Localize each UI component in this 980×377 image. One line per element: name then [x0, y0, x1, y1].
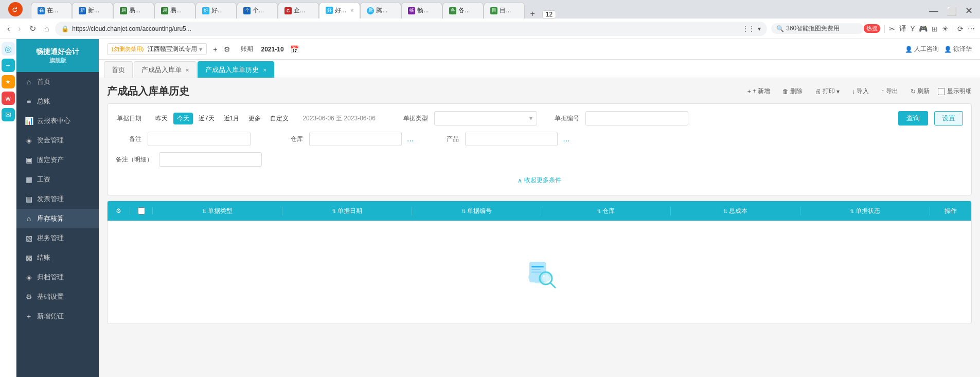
currency-tool[interactable]: ¥: [911, 25, 915, 33]
warehouse-input[interactable]: [309, 132, 402, 146]
tab-add-button[interactable]: +: [525, 9, 540, 19]
tab-3[interactable]: 易 易...: [113, 2, 154, 19]
extensions-icon[interactable]: ⋮⋮: [742, 25, 755, 32]
th-checkbox[interactable]: [130, 207, 153, 214]
scissors-tool[interactable]: ✂: [889, 25, 895, 33]
sidebar-item-fixed-assets[interactable]: ▣ 固定资产: [16, 150, 99, 170]
display-columns-checkbox[interactable]: [938, 88, 945, 95]
page-tab-list-close[interactable]: ×: [186, 67, 189, 73]
sidebar-brand[interactable]: 畅捷通好会计 旗舰版: [16, 39, 99, 72]
number-input[interactable]: [585, 111, 688, 125]
th-doc-number[interactable]: ⇅ 单据编号: [412, 207, 542, 216]
sidebar-item-archive[interactable]: ◈ 归档管理: [16, 267, 99, 287]
query-button[interactable]: 查询: [898, 111, 928, 125]
remark-input[interactable]: [148, 132, 251, 146]
tab-6[interactable]: 个 个...: [237, 2, 278, 19]
page-tab-home[interactable]: 首页: [104, 61, 133, 78]
display-columns-toggle[interactable]: 显示明细: [938, 87, 972, 96]
tab-9[interactable]: 腾 腾...: [360, 2, 401, 19]
home-button[interactable]: ⌂: [42, 22, 51, 35]
product-input[interactable]: [465, 132, 558, 146]
sidebar-item-funds[interactable]: ◈ 资金管理: [16, 131, 99, 150]
select-all-checkbox[interactable]: [138, 207, 145, 214]
sidebar-item-new-voucher[interactable]: + 新增凭证: [16, 307, 99, 326]
company-selector[interactable]: (勿删勿禁用) 江西赣宝测试专用 ▾: [107, 43, 207, 55]
app-icon-5[interactable]: ✉: [2, 108, 15, 121]
sidebar-item-payroll[interactable]: ▦ 工资: [16, 170, 99, 189]
add-company-button[interactable]: +: [213, 45, 217, 53]
page-tab-list[interactable]: 产成品入库单 ×: [134, 61, 197, 78]
tab-2[interactable]: 新 新...: [72, 2, 113, 19]
window-restore-btn[interactable]: ⬜: [945, 6, 959, 16]
quick-btn-today[interactable]: 今天: [173, 113, 193, 124]
quick-btn-1month[interactable]: 近1月: [220, 113, 243, 124]
tab-7[interactable]: C 企...: [278, 2, 319, 19]
tab-8[interactable]: 好 好... ×: [319, 2, 360, 19]
ai-service-button[interactable]: 👤 人工咨询: [905, 45, 939, 53]
add-button[interactable]: + + 新增: [743, 85, 774, 98]
sidebar-item-reports[interactable]: 📊 云报表中心: [16, 111, 99, 131]
sidebar-item-tax[interactable]: ▧ 税务管理: [16, 228, 99, 248]
page-tab-history-close[interactable]: ×: [263, 67, 266, 73]
search-bar[interactable]: 🔍 360智能抠图免费用: [771, 23, 864, 34]
th-total-cost[interactable]: ⇅ 总成本: [671, 207, 800, 216]
warehouse-ellipsis[interactable]: ...: [404, 134, 417, 143]
app-icon-1[interactable]: ◎: [2, 42, 15, 56]
settings-button-2[interactable]: 设置: [934, 111, 963, 125]
th-gear[interactable]: ⚙: [108, 207, 130, 214]
forward-button[interactable]: ›: [16, 22, 23, 35]
quick-btn-more[interactable]: 更多: [245, 113, 264, 124]
sidebar-item-checkout[interactable]: ▩ 结账: [16, 248, 99, 267]
tab-10-icon: 畅: [408, 7, 415, 14]
page-tab-history[interactable]: 产成品入库单历史 ×: [198, 61, 274, 78]
th-doc-type[interactable]: ⇅ 单据类型: [153, 207, 282, 216]
window-minimize-btn[interactable]: —: [927, 6, 940, 16]
sidebar-item-inventory[interactable]: ⌂ 库存核算: [16, 209, 99, 228]
sidebar-item-ledger[interactable]: ≡ 总账: [16, 92, 99, 111]
quick-btn-yesterday[interactable]: 昨天: [152, 113, 171, 124]
tab-12[interactable]: 目 目...: [484, 2, 525, 19]
browser-app-icon: ⟳: [10, 4, 21, 14]
grid-tool[interactable]: ⊞: [932, 25, 938, 33]
dropdown-icon[interactable]: ▾: [758, 25, 761, 32]
sync-tool[interactable]: ⟳: [957, 25, 964, 33]
settings-tool[interactable]: ⋯: [968, 25, 975, 33]
collapse-button[interactable]: ∧ 收起更多条件: [518, 173, 561, 188]
tab-11[interactable]: 各 各...: [442, 2, 484, 19]
sidebar-item-invoice[interactable]: ▤ 发票管理: [16, 189, 99, 209]
th-doc-status[interactable]: ⇅ 单据状态: [800, 207, 930, 216]
tab-5[interactable]: 好 好...: [195, 2, 237, 19]
app-icon-2[interactable]: +: [2, 59, 15, 72]
theme-tool[interactable]: ☀: [942, 25, 949, 33]
delete-button[interactable]: 🗑 删除: [778, 85, 807, 98]
tab-10[interactable]: 畅 畅...: [401, 2, 442, 19]
export-button[interactable]: ↑ 导出: [877, 85, 902, 98]
type-select[interactable]: ▾: [434, 111, 537, 125]
app-icon-4[interactable]: w: [2, 92, 15, 105]
tab-1[interactable]: 在 在...: [31, 2, 72, 19]
import-button[interactable]: ↓ 导入: [848, 85, 873, 98]
browser-app-button[interactable]: ⟳: [8, 2, 23, 16]
window-close-btn[interactable]: ✕: [963, 5, 975, 16]
product-ellipsis[interactable]: ...: [560, 134, 573, 143]
calendar-icon[interactable]: 📅: [290, 45, 299, 53]
th-warehouse[interactable]: ⇅ 仓库: [541, 207, 671, 216]
remark-detail-input[interactable]: [159, 152, 262, 167]
app-icon-3[interactable]: ★: [2, 75, 15, 88]
sidebar-item-basic[interactable]: ⚙ 基础设置: [16, 287, 99, 307]
sidebar-item-home[interactable]: ⌂ 首页: [16, 72, 99, 92]
tab-8-close[interactable]: ×: [350, 7, 353, 13]
tab-4[interactable]: 易 易...: [154, 2, 195, 19]
back-button[interactable]: ‹: [5, 22, 12, 35]
settings-button[interactable]: ⚙: [224, 45, 230, 53]
refresh-button[interactable]: ↻ 刷新: [906, 85, 934, 98]
quick-btn-custom[interactable]: 自定义: [266, 113, 292, 124]
th-doc-date[interactable]: ⇅ 单据日期: [282, 207, 412, 216]
translate-tool[interactable]: 译: [899, 24, 906, 33]
print-button[interactable]: 🖨 打印 ▾: [811, 85, 844, 98]
avatar[interactable]: 👤 徐泽华: [944, 45, 972, 53]
quick-btn-7days[interactable]: 近7天: [195, 113, 218, 124]
url-bar[interactable]: 🔒 https://cloud.chanjet.com/accounting/u…: [55, 22, 767, 36]
refresh-button[interactable]: ↻: [27, 22, 38, 35]
game-tool[interactable]: 🎮: [919, 25, 928, 33]
